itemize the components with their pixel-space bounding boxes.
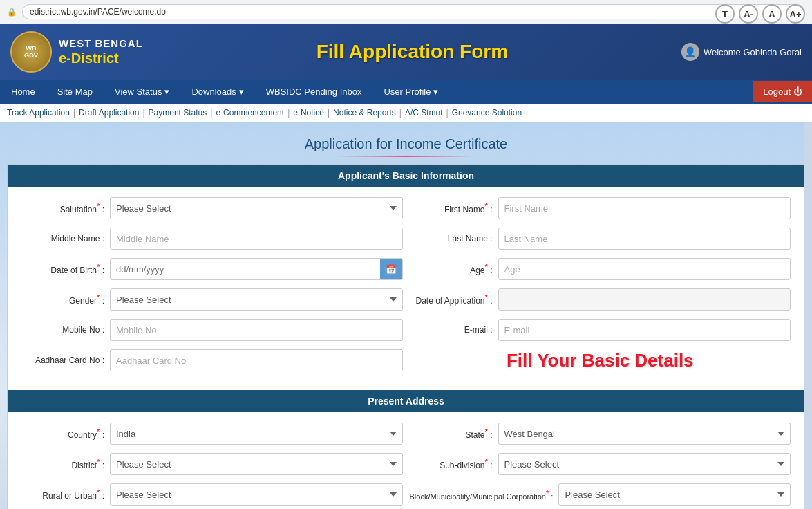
- group-date-of-application: Date of Application* : 04/10/2021 13:40:…: [410, 288, 791, 311]
- welcome-text: Welcome Gobinda Gorai: [704, 47, 802, 57]
- dob-input-wrap[interactable]: 📅: [110, 258, 403, 280]
- group-middlename: Middle Name :: [21, 228, 403, 250]
- email-input[interactable]: [498, 319, 791, 341]
- aadhaar-input[interactable]: [110, 349, 403, 371]
- calendar-icon[interactable]: 📅: [380, 259, 402, 279]
- group-rural-urban: Rural or Urban* : Please Select: [21, 483, 403, 506]
- mobile-label: Mobile No :: [21, 325, 104, 335]
- grievance-solution-link[interactable]: Grievance Solution: [452, 108, 522, 118]
- site-name-line1: WEST BENGAL: [59, 37, 143, 50]
- site-title: WEST BENGAL e-District: [59, 37, 143, 66]
- section2-body: Country* : India State* : West Bengal: [8, 412, 804, 509]
- nav-bar: Home Site Map View Status ▾ Downloads ▾ …: [0, 80, 812, 104]
- row-middlename-lastname: Middle Name : Last Name :: [21, 228, 791, 250]
- text-size-t-button[interactable]: T: [715, 4, 735, 24]
- gender-select[interactable]: Please Select Male Female Other: [110, 288, 403, 311]
- user-avatar-icon: 👤: [681, 43, 699, 61]
- fill-basic-details-text: Fill Your Basic Details: [507, 350, 694, 371]
- logo-area: WBGOV WEST BENGAL e-District: [10, 31, 143, 73]
- form-page-title: Application for Income Certificate: [0, 136, 812, 152]
- row-country-state: Country* : India State* : West Bengal: [21, 423, 791, 445]
- block-muni-select[interactable]: Please Select: [558, 483, 791, 506]
- track-application-link[interactable]: Track Application: [7, 108, 70, 118]
- lastname-label: Last Name :: [410, 234, 493, 243]
- nav-home[interactable]: Home: [0, 80, 46, 104]
- payment-status-link[interactable]: Payment Status: [149, 108, 207, 118]
- group-aadhaar: Aadhaar Card No :: [21, 349, 403, 371]
- group-subdivision: Sub-division* : Please Select: [410, 453, 791, 475]
- mobile-input[interactable]: [110, 319, 403, 341]
- middlename-input[interactable]: [110, 228, 403, 250]
- group-age: Age* :: [410, 258, 791, 280]
- text-size-normal-button[interactable]: A: [762, 4, 782, 24]
- main-content: Application for Income Certificate Appli…: [0, 122, 812, 509]
- nav-wbsidc[interactable]: WBSIDC Pending Inbox: [255, 80, 373, 104]
- draft-application-link[interactable]: Draft Application: [79, 108, 139, 118]
- group-mobile: Mobile No :: [21, 319, 403, 341]
- site-logo: WBGOV: [10, 31, 52, 73]
- subdivision-select[interactable]: Please Select: [498, 453, 791, 475]
- site-name-line2: e-District: [59, 50, 143, 66]
- row-district-subdivision: District* : Please Select Sub-division* …: [21, 453, 791, 475]
- nav-userprofile[interactable]: User Profile ▾: [372, 80, 449, 104]
- logout-button[interactable]: Logout ⏻: [753, 81, 812, 102]
- e-notice-link[interactable]: e-Notice: [293, 108, 324, 118]
- group-overlay-text: Fill Your Basic Details: [410, 350, 791, 371]
- doa-label: Date of Application* :: [410, 293, 493, 306]
- downloads-arrow-icon: ▾: [239, 86, 244, 97]
- country-label: Country* :: [21, 427, 104, 440]
- dob-input[interactable]: [111, 260, 380, 279]
- site-header: WBGOV WEST BENGAL e-District Fill Applic…: [0, 24, 812, 80]
- e-commencement-link[interactable]: e-Commencement: [216, 108, 284, 118]
- middlename-label: Middle Name :: [21, 234, 104, 243]
- group-salutation: Salutation* : Please Select Mr. Mrs. Ms.…: [21, 197, 403, 219]
- district-text: District: [71, 50, 119, 66]
- userprofile-arrow-icon: ▾: [433, 86, 438, 97]
- doa-input: 04/10/2021 13:40:53: [498, 288, 791, 311]
- application-form: Applicant's Basic Information Salutation…: [7, 164, 805, 509]
- group-firstname: First Name* :: [410, 197, 791, 219]
- state-select[interactable]: West Bengal: [498, 423, 791, 445]
- scrollbar[interactable]: [804, 122, 812, 509]
- subdivision-label: Sub-division* :: [410, 458, 493, 470]
- firstname-input[interactable]: [498, 197, 791, 219]
- age-input[interactable]: [498, 258, 791, 280]
- group-district: District* : Please Select: [21, 453, 403, 475]
- row-rural-block: Rural or Urban* : Please Select Block/Mu…: [21, 483, 791, 506]
- state-label: State* :: [410, 427, 493, 440]
- group-block-muni: Block/Municipality/Municipal Corporation…: [410, 483, 791, 506]
- user-info: 👤 Welcome Gobinda Gorai: [681, 43, 802, 61]
- browser-bar: 🔒 edistrict.wb.gov.in/PACE/welcome.do T …: [0, 0, 812, 24]
- nav-viewstatus[interactable]: View Status ▾: [104, 80, 180, 104]
- section1-header: Applicant's Basic Information: [8, 165, 804, 187]
- rural-urban-label: Rural or Urban* :: [21, 488, 104, 501]
- email-label: E-mail :: [410, 325, 493, 335]
- age-label: Age* :: [410, 263, 493, 275]
- salutation-select[interactable]: Please Select Mr. Mrs. Ms. Dr.: [110, 197, 403, 219]
- gender-label: Gender* :: [21, 293, 104, 306]
- lock-icon: 🔒: [7, 8, 17, 17]
- group-state: State* : West Bengal: [410, 423, 791, 445]
- lastname-input[interactable]: [498, 228, 791, 250]
- text-size-plus-button[interactable]: A+: [786, 4, 805, 24]
- block-muni-label: Block/Municipality/Municipal Corporation…: [410, 489, 554, 501]
- district-select[interactable]: Please Select: [110, 453, 403, 475]
- title-underline: [337, 156, 475, 157]
- e-prefix: e-: [59, 50, 71, 66]
- notice-reports-link[interactable]: Notice & Reports: [333, 108, 396, 118]
- browser-url[interactable]: edistrict.wb.gov.in/PACE/welcome.do: [22, 4, 805, 19]
- logout-label: Logout: [763, 86, 791, 97]
- country-select[interactable]: India: [110, 423, 403, 445]
- viewstatus-arrow-icon: ▾: [164, 86, 169, 97]
- row-dob-age: Date of Birth* : 📅 Age* :: [21, 258, 791, 280]
- section1-body: Salutation* : Please Select Mr. Mrs. Ms.…: [8, 187, 804, 390]
- nav-downloads[interactable]: Downloads ▾: [180, 80, 254, 104]
- ac-stmnt-link[interactable]: A/C Stmnt: [405, 108, 443, 118]
- row-aadhaar: Aadhaar Card No : Fill Your Basic Detail…: [21, 349, 791, 371]
- group-country: Country* : India: [21, 423, 403, 445]
- page-main-title: Fill Application Form: [143, 41, 681, 63]
- rural-urban-select[interactable]: Please Select: [110, 483, 403, 506]
- text-size-minus-button[interactable]: A-: [739, 4, 758, 24]
- nav-sitemap[interactable]: Site Map: [46, 80, 104, 104]
- district-label: District* :: [21, 458, 104, 470]
